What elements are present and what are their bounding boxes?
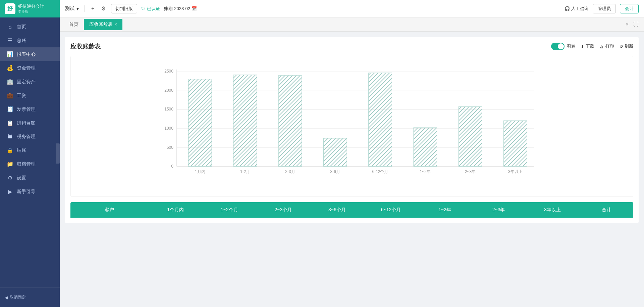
chart-toggle[interactable]: [551, 43, 565, 50]
sidebar-item-reports[interactable]: 📊报表中心: [0, 47, 60, 61]
sidebar-item-home[interactable]: ⌂首页: [0, 20, 60, 34]
pin-icon: ◀: [5, 295, 8, 300]
role-button[interactable]: 会计: [620, 4, 639, 13]
sidebar-label-home: 首页: [17, 24, 26, 30]
download-button[interactable]: ⬇ 下载: [581, 43, 594, 49]
svg-rect-18: [369, 73, 392, 167]
sidebar-label-invoice: 发票管理: [17, 106, 36, 113]
tab-home[interactable]: 首页: [64, 19, 84, 30]
company-name: 测试: [65, 6, 74, 12]
tab-close-icon[interactable]: ×: [115, 22, 117, 27]
period-value: 2023-02: [174, 6, 190, 11]
svg-text:2000: 2000: [164, 88, 173, 93]
main-area: 测试 ▾ + ⚙ 切到旧版 🛡 已认证 账期 2023-02 📅 🎧 人工咨询 …: [60, 0, 644, 307]
consult-button[interactable]: 🎧 人工咨询: [565, 6, 589, 12]
svg-text:500: 500: [167, 145, 173, 150]
content-inner: 应收账龄表 图表 ⬇ 下载 🖨 打印: [65, 37, 639, 223]
page-header: 应收账龄表 图表 ⬇ 下载 🖨 打印: [70, 42, 633, 50]
topbar-right: 🎧 人工咨询 管理员 会计: [565, 4, 639, 13]
sidebar-label-tax: 税务管理: [17, 134, 36, 140]
invoice-icon: 🧾: [7, 106, 13, 113]
period-label: 账期: [164, 6, 173, 12]
sidebar-label-assets: 固定资产: [17, 79, 36, 85]
refresh-button[interactable]: ↺ 刷新: [620, 43, 633, 49]
svg-text:2~3年: 2~3年: [465, 169, 476, 174]
svg-rect-19: [414, 128, 437, 166]
table-header-7: 2~3年: [472, 202, 526, 218]
table-header-5: 6~12个月: [364, 202, 418, 218]
print-label: 打印: [605, 43, 614, 49]
sidebar-item-closing[interactable]: 🔒结账: [0, 143, 60, 157]
app-name: 畅捷通好会计: [18, 3, 44, 9]
sidebar-label-funds: 资金管理: [17, 65, 36, 71]
download-label: 下载: [586, 43, 594, 49]
sidebar-item-settings[interactable]: ⚙设置: [0, 171, 60, 185]
refresh-label: 刷新: [625, 43, 633, 49]
svg-rect-21: [504, 121, 527, 166]
print-button[interactable]: 🖨 打印: [600, 43, 614, 49]
tab-ar-aging-label: 应收账龄表: [89, 21, 113, 28]
sidebar-item-trade[interactable]: 📋进销台账: [0, 116, 60, 130]
certified-label: 已认证: [147, 6, 160, 12]
refresh-icon: ↺: [620, 44, 623, 49]
guide-icon: ▶: [7, 188, 13, 195]
salary-icon: 💼: [7, 92, 13, 99]
page-actions: 图表 ⬇ 下载 🖨 打印 ↺ 刷新: [551, 43, 633, 50]
window-close-icon[interactable]: ×: [624, 20, 630, 29]
tab-bar-right: × ⛶: [624, 20, 640, 29]
toggle-knob: [558, 43, 564, 49]
table-header-6: 1~2年: [418, 202, 472, 218]
content-area: 应收账龄表 图表 ⬇ 下载 🖨 打印: [60, 32, 644, 307]
calendar-icon[interactable]: 📅: [192, 6, 197, 11]
svg-text:3年以上: 3年以上: [508, 169, 523, 174]
sidebar-label-salary: 工资: [17, 93, 26, 99]
toggle-label: 图表: [567, 43, 575, 49]
switch-version-button[interactable]: 切到旧版: [111, 4, 137, 13]
svg-text:0: 0: [171, 164, 173, 169]
svg-rect-20: [459, 106, 482, 166]
sidebar-label-archive: 归档管理: [17, 161, 36, 167]
table-header-1: 1个月内: [149, 202, 203, 218]
archive-icon: 📁: [7, 161, 13, 167]
sidebar-item-salary[interactable]: 💼工资: [0, 89, 60, 102]
svg-text:1~2年: 1~2年: [420, 169, 431, 174]
consult-label: 人工咨询: [571, 6, 589, 12]
sidebar-item-archive[interactable]: 📁归档管理: [0, 157, 60, 171]
sidebar-item-funds[interactable]: 💰资金管理: [0, 61, 60, 75]
table-header: 客户1个月内1~2个月2~3个月3~6个月6~12个月1~2年2~3年3年以上合…: [70, 202, 633, 218]
tab-ar-aging[interactable]: 应收账龄表 ×: [84, 19, 122, 30]
app-edition: 专业版: [18, 9, 44, 14]
table-header-9: 合计: [579, 202, 633, 218]
table-header-0: 客户: [70, 202, 149, 218]
add-button[interactable]: +: [90, 4, 96, 13]
settings-button[interactable]: ⚙: [100, 4, 107, 13]
sidebar-scroll[interactable]: [56, 143, 60, 164]
sidebar-item-guide[interactable]: ▶新手引导: [0, 185, 60, 199]
svg-rect-17: [323, 138, 347, 167]
reports-icon: 📊: [7, 51, 13, 57]
sidebar-label-trade: 进销台账: [17, 120, 36, 126]
sidebar-item-invoice[interactable]: 🧾发票管理: [0, 102, 60, 116]
shield-icon: 🛡: [141, 6, 146, 11]
print-icon: 🖨: [600, 44, 604, 49]
svg-text:2500: 2500: [164, 69, 173, 74]
tab-home-label: 首页: [69, 21, 78, 28]
period-display: 账期 2023-02 📅: [164, 6, 197, 12]
sidebar-item-ledger[interactable]: ☰总账: [0, 34, 60, 47]
dropdown-icon: ▾: [76, 6, 79, 11]
table-header-2: 1~2个月: [202, 202, 256, 218]
cancel-fixed-btn[interactable]: ◀ 取消固定: [0, 291, 60, 304]
assets-icon: 🏢: [7, 79, 13, 85]
user-button[interactable]: 管理员: [593, 4, 616, 13]
table-header-3: 2~3个月: [256, 202, 310, 218]
tax-icon: 🏛: [7, 134, 13, 140]
window-expand-icon[interactable]: ⛶: [632, 20, 640, 29]
company-selector[interactable]: 测试 ▾: [65, 6, 79, 12]
svg-text:3-6月: 3-6月: [330, 169, 340, 174]
svg-text:1-2月: 1-2月: [240, 169, 250, 174]
svg-rect-14: [189, 79, 212, 167]
sidebar-item-tax[interactable]: 🏛税务管理: [0, 130, 60, 143]
sidebar-item-assets[interactable]: 🏢固定资产: [0, 75, 60, 89]
bar-chart: 0 500 1000 1500 2000 2500: [77, 63, 623, 190]
sidebar-label-guide: 新手引导: [17, 189, 36, 195]
